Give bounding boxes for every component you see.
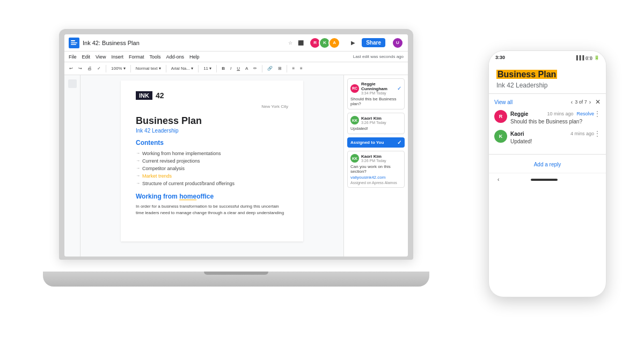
- menu-file[interactable]: File: [69, 54, 77, 60]
- docs-menubar: File Edit View Insert Format Tools Add-o…: [64, 52, 408, 62]
- menu-addons[interactable]: Add-ons: [166, 54, 184, 60]
- menu-insert[interactable]: Insert: [111, 54, 123, 60]
- comment-2-text: Updated!: [350, 126, 401, 131]
- list-item-3: Competitor analysis: [136, 166, 288, 171]
- redo-btn[interactable]: ↪: [77, 65, 84, 71]
- insert-img-btn[interactable]: ⊞: [276, 65, 283, 71]
- page-paper: INK 42 New York City Business Plan Ink 4…: [121, 80, 303, 241]
- comment-2-time: 3:26 PM Today: [361, 121, 386, 124]
- comment-3-text: Can you work on this section?: [350, 164, 401, 174]
- comment-assign-text: Assigned on Apress Alamos: [350, 181, 401, 185]
- battery-icon: 🔋: [594, 55, 599, 60]
- laptop-screen: Ink 42: Business Plan ☆ ⬛ R K A ▶ Share …: [59, 29, 413, 260]
- zoom-select[interactable]: 100% ▾: [109, 65, 127, 71]
- phone-comment-1-time: 10 mins ago: [547, 111, 573, 116]
- menu-tools[interactable]: Tools: [149, 54, 160, 60]
- move-icon: ⬛: [298, 40, 304, 46]
- present-icon[interactable]: ▶: [351, 40, 355, 46]
- assigned-check-icon: ✓: [397, 140, 401, 145]
- style-select[interactable]: Normal text ▾: [134, 65, 163, 71]
- link-btn[interactable]: 🔗: [266, 65, 274, 71]
- svg-rect-3: [71, 44, 76, 45]
- pagination-text: 3 of 7: [575, 99, 587, 105]
- doc-title: Business Plan: [136, 115, 288, 127]
- highlight-btn[interactable]: ✏: [252, 65, 259, 71]
- docs-title: Ink 42: Business Plan: [83, 40, 285, 46]
- list-item-2: Current revised projections: [136, 158, 288, 164]
- phone-comment-1-text: Should this be Business plan?: [510, 119, 601, 124]
- page-location: New York City: [136, 104, 288, 109]
- doc-subtitle: Ink 42 Leadership: [136, 128, 288, 134]
- scene: Ink 42: Business Plan ☆ ⬛ R K A ▶ Share …: [27, 18, 617, 319]
- phone-comment-1-avatar: R: [494, 110, 507, 123]
- phone-comment-2-body: Kaori 4 mins ago ⋮ Updated!: [510, 130, 601, 144]
- comment-email-link[interactable]: valiyousink42.com: [350, 175, 401, 180]
- menu-view[interactable]: View: [96, 54, 106, 60]
- docs-titlebar: Ink 42: Business Plan ☆ ⬛ R K A ▶ Share …: [64, 34, 408, 52]
- phone-comment-1-header: Reggie 10 mins ago Resolve ⋮: [510, 110, 601, 118]
- view-all-link[interactable]: View all: [494, 99, 513, 105]
- align-left-btn[interactable]: ≡: [290, 65, 296, 71]
- toolbar-divider-4: [198, 65, 199, 72]
- phone-comment-menu-1[interactable]: ⋮: [594, 110, 601, 118]
- phone-comments-section: View all ‹ 3 of 7 › ✕ R Reggie 10 mins a…: [489, 94, 606, 154]
- list-item-5: Structure of current product/brand offer…: [136, 181, 288, 186]
- comment-1-avatar: RC: [350, 84, 359, 93]
- sidebar-menu-icon: [68, 79, 77, 88]
- comment-card-1: RC Reggie Cunningham 3:34 PM Today ✓ Sho…: [347, 78, 405, 109]
- docs-body: INK 42 New York City Business Plan Ink 4…: [64, 75, 408, 257]
- add-reply-btn[interactable]: Add a reply: [534, 162, 561, 167]
- phone-comment-menu-2[interactable]: ⋮: [594, 130, 601, 137]
- comment-2-avatar: KK: [350, 116, 359, 124]
- laptop-screen-inner: Ink 42: Business Plan ☆ ⬛ R K A ▶ Share …: [64, 34, 408, 257]
- toolbar-divider-1: [106, 65, 106, 72]
- home-text: home: [179, 193, 196, 200]
- docs-app: Ink 42: Business Plan ☆ ⬛ R K A ▶ Share …: [64, 34, 408, 257]
- menu-format[interactable]: Format: [129, 54, 144, 60]
- star-icon[interactable]: ☆: [288, 40, 292, 46]
- share-button[interactable]: Share: [362, 38, 385, 47]
- home-indicator: [531, 179, 558, 181]
- laptop: Ink 42: Business Plan ☆ ⬛ R K A ▶ Share …: [59, 29, 424, 287]
- prev-arrow[interactable]: ‹: [571, 99, 573, 105]
- section-heading: Working from homeoffice: [136, 193, 288, 200]
- phone-comment-2-header: Kaori 4 mins ago ⋮: [510, 130, 601, 137]
- next-arrow[interactable]: ›: [589, 99, 591, 105]
- phone-reply-bar: Add a reply: [489, 154, 606, 173]
- phone-comment-2-text: Updated!: [510, 138, 601, 144]
- phone-comment-2-name: Kaori: [510, 131, 570, 137]
- menu-edit[interactable]: Edit: [82, 54, 91, 60]
- italic-btn[interactable]: I: [229, 65, 233, 71]
- phone-resolve-btn[interactable]: Resolve: [576, 111, 594, 116]
- comment-card-2: KK Kaori Kim 3:26 PM Today Updated!: [347, 113, 405, 134]
- align-center-btn[interactable]: ≡: [298, 65, 304, 71]
- bold-btn[interactable]: B: [220, 65, 226, 71]
- font-select[interactable]: Arial Na... ▾: [170, 65, 195, 71]
- phone-comment-1-name: Reggie: [510, 111, 547, 117]
- print-btn[interactable]: 🖨: [86, 65, 93, 71]
- phone-title-container: Business Plan: [496, 69, 598, 79]
- last-edit-text: Last edit was seconds ago: [353, 54, 404, 59]
- comment-3-header: KK Kaori Kim 3:26 PM Today: [350, 154, 401, 163]
- signal-icon: ▐▐▐: [575, 55, 584, 60]
- list-item-4: Market trends: [136, 173, 288, 179]
- color-btn[interactable]: A: [244, 65, 250, 71]
- phone-comment-1: R Reggie 10 mins ago Resolve ⋮ Should th…: [494, 110, 601, 124]
- font-size[interactable]: 11 ▾: [202, 65, 213, 71]
- close-button[interactable]: ✕: [595, 98, 601, 106]
- phone-time: 3:30: [495, 55, 575, 60]
- docs-toolbar: ↩ ↪ 🖨 ✓ 100% ▾ Normal text ▾ Arial Na...…: [64, 62, 408, 75]
- comment-1-text: Should this be Business plan?: [350, 97, 401, 106]
- toolbar-divider-5: [216, 65, 217, 72]
- comment-3-name: Kaori Kim: [361, 154, 386, 159]
- docs-content-area: INK 42 New York City Business Plan Ink 4…: [80, 75, 408, 257]
- menu-help[interactable]: Help: [189, 54, 200, 60]
- undo-btn[interactable]: ↩: [68, 65, 75, 71]
- phone-doc-subtitle: Ink 42 Leadership: [496, 82, 598, 89]
- underline-btn[interactable]: U: [235, 65, 241, 71]
- phone: 3:30 ▐▐▐ ((·)) 🔋 Business Plan Ink 42 Le…: [488, 50, 606, 297]
- contents-list: Working from home implementations Curren…: [136, 151, 288, 186]
- spellcheck-btn[interactable]: ✓: [96, 65, 103, 71]
- back-arrow[interactable]: ‹: [497, 177, 499, 182]
- wifi-icon: ((·)): [586, 55, 592, 60]
